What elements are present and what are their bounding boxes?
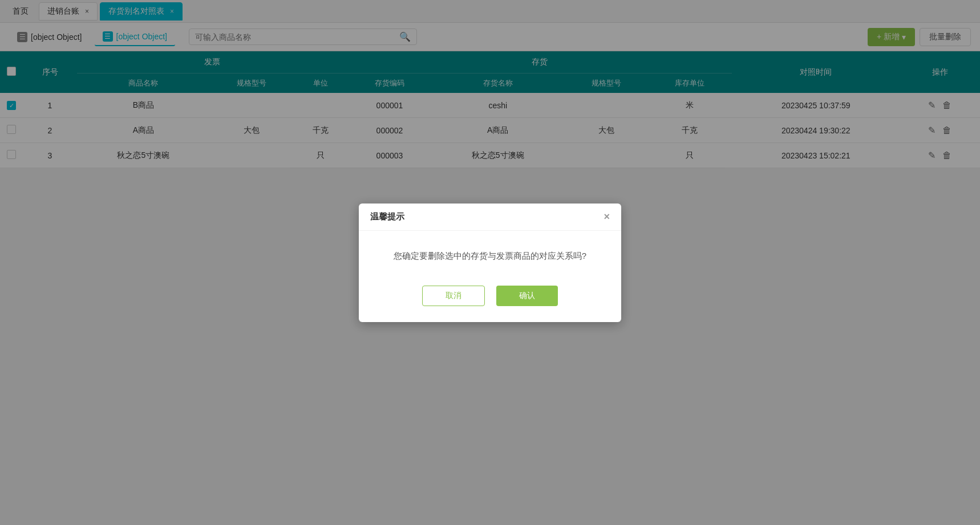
dialog-header: 温馨提示 × bbox=[359, 204, 621, 231]
dialog-confirm-button[interactable]: 确认 bbox=[496, 286, 558, 306]
overlay: 温馨提示 × 您确定要删除选中的存货与发票商品的对应关系吗? 取消 确认 bbox=[0, 0, 980, 525]
dialog-footer: 取消 确认 bbox=[359, 276, 621, 322]
dialog-title: 温馨提示 bbox=[370, 211, 404, 222]
dialog-close-button[interactable]: × bbox=[604, 211, 610, 222]
dialog: 温馨提示 × 您确定要删除选中的存货与发票商品的对应关系吗? 取消 确认 bbox=[359, 204, 621, 322]
dialog-cancel-button[interactable]: 取消 bbox=[422, 286, 485, 306]
dialog-body: 您确定要删除选中的存货与发票商品的对应关系吗? bbox=[359, 231, 621, 276]
dialog-message: 您确定要删除选中的存货与发票商品的对应关系吗? bbox=[394, 251, 586, 261]
